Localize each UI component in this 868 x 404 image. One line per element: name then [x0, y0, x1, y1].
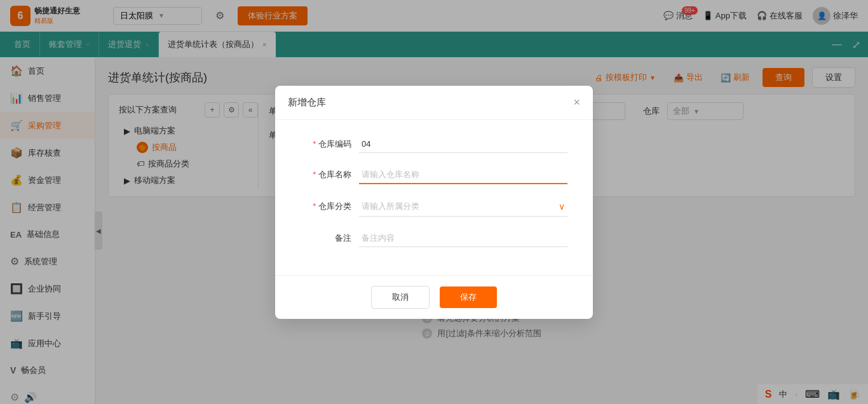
warehouse-code-input[interactable]: [359, 135, 567, 153]
modal-overlay[interactable]: 新增仓库 × 仓库编码 仓库名称 仓库分类 请输入所属分类 ∨: [0, 0, 868, 404]
modal-footer: 取消 保存: [275, 275, 593, 319]
warehouse-name-label: 仓库名称: [301, 169, 351, 180]
form-row-name: 仓库名称: [301, 166, 567, 184]
modal-close-icon[interactable]: ×: [573, 96, 580, 109]
modal-body: 仓库编码 仓库名称 仓库分类 请输入所属分类 ∨ 备注: [275, 120, 593, 275]
warehouse-category-chevron-icon: ∨: [559, 201, 565, 212]
save-button[interactable]: 保存: [440, 286, 497, 308]
warehouse-name-input[interactable]: [359, 166, 567, 184]
modal-header: 新增仓库 ×: [275, 86, 593, 120]
remark-input[interactable]: [359, 229, 567, 247]
form-row-category: 仓库分类 请输入所属分类 ∨: [301, 197, 567, 217]
cancel-button[interactable]: 取消: [371, 286, 430, 309]
warehouse-category-label: 仓库分类: [301, 201, 351, 212]
form-row-remark: 备注: [301, 229, 567, 247]
modal-title: 新增仓库: [288, 97, 326, 109]
warehouse-code-label: 仓库编码: [301, 138, 351, 150]
remark-label: 备注: [301, 232, 351, 244]
warehouse-category-select[interactable]: 请输入所属分类 ∨: [359, 197, 567, 217]
form-row-code: 仓库编码: [301, 135, 567, 153]
modal-add-warehouse: 新增仓库 × 仓库编码 仓库名称 仓库分类 请输入所属分类 ∨: [275, 86, 593, 319]
warehouse-category-placeholder: 请输入所属分类: [362, 201, 419, 212]
